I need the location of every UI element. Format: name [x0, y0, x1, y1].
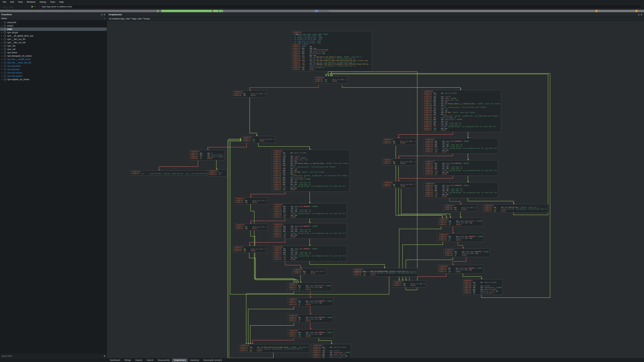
- menu-help[interactable]: Help: [58, 0, 66, 3]
- expand-caret-icon[interactable]: ▸: [1, 45, 3, 47]
- function-item-sym.imp.puts[interactable]: ▸fsym.imp.puts: [0, 68, 107, 71]
- graph-node-0x0000151c[interactable]: [0x0000151c]0x0000151cmovdword [var_7ch]…: [234, 197, 268, 204]
- tab-disassembly[interactable]: Disassembly: [156, 359, 172, 362]
- tab-imports[interactable]: Imports: [133, 359, 144, 362]
- forward-arrow-icon[interactable]: →▾: [8, 5, 12, 8]
- graph-node-0x000015c8[interactable]: [0x000015c8]0x000015c8leardi, str.That_o…: [239, 344, 310, 353]
- seek-bar[interactable]: [0, 10, 644, 12]
- function-item-sym.__libc_csu_fini[interactable]: ▸fsym.__libc_csu_fini: [0, 37, 107, 41]
- graph-node-0x0000146a[interactable]: [0x0000146a]0x0000146amoveax, dword data…: [438, 265, 484, 274]
- function-item-sym.__do_global_dtors_aux[interactable]: ▸fsym.__do_global_dtors_aux: [0, 34, 107, 37]
- expand-caret-icon[interactable]: ▸: [1, 25, 3, 27]
- graph-node-0x000015f4[interactable]: [0x000015f4]0x000015f4cmpdword [var_84h]…: [242, 136, 276, 143]
- function-item-main[interactable]: ▸fmain: [0, 27, 107, 31]
- graph-node-0x000014b7[interactable]: [0x000014b7]0x000014b7moveax, dword [var…: [272, 150, 350, 192]
- tab-hexdump[interactable]: Hexdump: [188, 359, 201, 362]
- menu-file[interactable]: File: [1, 0, 8, 3]
- expand-caret-icon[interactable]: ▸: [1, 52, 3, 53]
- graph-canvas[interactable]: [0x00001319]int main(int argc, char **ar…: [107, 21, 644, 358]
- expand-caret-icon[interactable]: ▸: [1, 72, 3, 73]
- panel-detach-icon[interactable]: ◎: [101, 13, 102, 16]
- menu-view[interactable]: View: [16, 0, 24, 3]
- expand-caret-icon[interactable]: ▸: [1, 55, 3, 57]
- function-item-sym._init[interactable]: ▸fsym._init: [0, 48, 107, 51]
- menu-windows[interactable]: Windows: [25, 0, 37, 3]
- function-item-sym.imp.printf[interactable]: ▸fsym.imp.printf: [0, 64, 107, 68]
- graph-node-0x00001525[interactable]: [0x00001525]0x00001525movrdx, qword data…: [272, 203, 347, 219]
- graph-node-0x00001613[interactable]: [0x00001613]0x00001613leave0x00001614ret: [208, 170, 227, 176]
- expand-caret-icon[interactable]: ▸: [1, 75, 3, 77]
- expand-caret-icon[interactable]: ▸: [1, 68, 3, 70]
- graph-node-0x000015bd[interactable]: [0x000015bd]0x000015bdmoveax, dword data…: [288, 329, 334, 338]
- graph-node-0x0000145f[interactable]: [0x0000145f]0x0000145fmoveax, dword data…: [444, 249, 490, 257]
- graph-node-0x00001319[interactable]: [0x00001319]int main(int argc, char **ar…: [291, 31, 372, 71]
- back-arrow-icon[interactable]: ←▾: [3, 5, 6, 8]
- expand-caret-icon[interactable]: ▸: [1, 32, 3, 33]
- flag-search-input[interactable]: [40, 4, 641, 9]
- graph-node-0x00001562[interactable]: [0x00001562]0x00001562movdword [var_7ch]…: [232, 246, 267, 253]
- graph-node-0x000015b2[interactable]: [0x000015b2]0x000015b2moveax, dword data…: [288, 314, 334, 323]
- graph-node-0x00001449[interactable]: [0x00001449]0x00001449moveax, dword chos…: [438, 218, 483, 226]
- graph-node-0x0000156b[interactable]: [0x0000156b]0x0000156bmovrdx, qword data…: [272, 246, 347, 261]
- quick-filter-bar[interactable]: Quick Filter X: [0, 354, 107, 358]
- expand-caret-icon[interactable]: ▸: [1, 35, 3, 37]
- panel-detach-icon[interactable]: ◎: [638, 13, 640, 16]
- tab-decompiler-entry0-[interactable]: Decompiler (entry0): [202, 359, 224, 362]
- graph-node-0x000013ec[interactable]: [0x000013ec]0x000013ecmovdword [var_80h]…: [382, 159, 416, 165]
- function-item-sym.deregister_tm_clones[interactable]: ▸fsym.deregister_tm_clones: [0, 54, 107, 58]
- panel-close-icon[interactable]: ⊗: [641, 13, 642, 16]
- debug-play-icon[interactable]: ▶: [32, 5, 34, 8]
- function-item-sym.imp.__stack_chk_fail[interactable]: ▸fsym.imp.__stack_chk_fail: [0, 61, 107, 64]
- graph-node-0x0000153f[interactable]: [0x0000153f]0x0000153fmovdword [var_7ch]…: [234, 224, 268, 231]
- function-item-sym.check[interactable]: ▸fsym.check: [0, 51, 107, 54]
- expand-caret-icon[interactable]: ▸: [1, 22, 3, 23]
- graph-node-0x000013d2[interactable]: [0x000013d2]0x000013d2movrdx, qword data…: [424, 138, 498, 154]
- menu-edit[interactable]: Edit: [8, 0, 16, 3]
- menu-debug[interactable]: Debug: [38, 0, 48, 3]
- graph-node-0x00001364[interactable]: [0x00001364]0x00001364moveax, dword [var…: [422, 90, 501, 132]
- expand-caret-icon[interactable]: ▸: [1, 28, 3, 30]
- tab-dashboard[interactable]: Dashboard: [108, 359, 122, 362]
- expand-caret-icon[interactable]: ▸: [1, 58, 3, 60]
- graph-node-0x00001483[interactable]: [0x00001483]0x00001483moveax, dword [var…: [462, 279, 502, 295]
- tab-graph-main-[interactable]: Graph(main): [172, 359, 188, 362]
- graph-node-0x0000159c[interactable]: [0x0000159c]0x0000159cmoveax, dword chos…: [288, 283, 332, 291]
- function-item-sym..plt.got[interactable]: ▸fsym..plt.got: [0, 31, 107, 34]
- function-item-sym.imp.__isoc99_scanf[interactable]: ▸fsym.imp.__isoc99_scanf: [0, 58, 107, 61]
- tab-strings[interactable]: Strings: [122, 359, 133, 362]
- graph-node-0x000015a7[interactable]: [0x000015a7]0x000015a7moveax, dword data…: [288, 298, 334, 306]
- quick-filter-close-button[interactable]: X: [104, 355, 105, 357]
- graph-node-0x0000143b[interactable]: [0x0000143b]0x0000143bleardi, str.Invali…: [483, 204, 548, 213]
- expand-caret-icon[interactable]: ▸: [1, 38, 3, 40]
- expand-caret-icon[interactable]: ▸: [1, 62, 3, 63]
- graph-node-0x000013c9[interactable]: [0x000013c9]0x000013c9movdword [var_80h]…: [382, 138, 416, 145]
- expand-caret-icon[interactable]: ▸: [1, 65, 3, 67]
- menu-tools[interactable]: Tools: [48, 0, 57, 3]
- function-item-entry.init0[interactable]: ▸fentry.init0: [0, 21, 107, 24]
- graph-node-0x00001432[interactable]: [0x00001432]0x00001432movdword [var_80h]…: [443, 204, 477, 211]
- graph-node-0x000014ab[interactable]: [0x000014ab]0x000014abmovdword [var_84h]…: [232, 90, 266, 97]
- function-item-sym.imp.strcmp[interactable]: ▸fsym.imp.strcmp: [0, 71, 107, 74]
- graph-node-0x000013f5[interactable]: [0x000013f5]0x000013f5movrdx, qword data…: [424, 160, 498, 176]
- function-item-sym.imp.system[interactable]: ▸fsym.imp.system: [0, 74, 107, 78]
- graph-node-0x0000140f[interactable]: [0x0000140f]0x0000140fmovdword [var_80h]…: [382, 181, 416, 188]
- graph-node-0x00001454[interactable]: [0x00001454]0x00001454moveax, dword data…: [438, 233, 484, 242]
- graph-node-0x000014a1[interactable]: [0x000014a1]0x000014a1cmpdword [var_84h]…: [314, 76, 348, 83]
- functions-column-header[interactable]: Name ▲: [0, 16, 107, 20]
- graph-node-0x000015fa[interactable]: [0x000015fa]0x000015famoveax, 00x000015f…: [189, 150, 224, 160]
- graph-node-0x00001475[interactable]: [0x00001475]0x00001475movdword [var_80h]…: [392, 281, 426, 287]
- graph-node-0x000015d6[interactable]: [0x000015d6]0x000015d6moveax, dword [var…: [312, 344, 351, 358]
- expand-caret-icon[interactable]: ▸: [1, 48, 3, 50]
- function-item-entry0[interactable]: ▸fentry0: [0, 24, 107, 27]
- debug-dropdown-icon[interactable]: ▾: [35, 6, 36, 7]
- graph-node-0x0000158e[interactable]: [0x0000158e]0x0000158eleardi, str.Invali…: [352, 268, 418, 277]
- function-item-sym._fini[interactable]: ▸fsym._fini: [0, 44, 107, 48]
- expand-caret-icon[interactable]: ▸: [1, 42, 3, 43]
- graph-node-0x00001548[interactable]: [0x00001548]0x00001548movrdx, qword data…: [272, 223, 347, 239]
- tab-search[interactable]: Search: [145, 359, 156, 362]
- graph-node-0x00001585[interactable]: [0x00001585]0x00001585movdword [var_7ch]…: [292, 268, 326, 275]
- graph-node-0x0000160e[interactable]: [0x0000160e]0x0000160ecall__stack_chk_fa…: [130, 170, 209, 175]
- function-item-sym.register_tm_clones[interactable]: ▸fsym.register_tm_clones: [0, 78, 107, 81]
- expand-caret-icon[interactable]: ▸: [1, 79, 3, 80]
- function-item-sym.__libc_csu_init[interactable]: ▸fsym.__libc_csu_init: [0, 41, 107, 44]
